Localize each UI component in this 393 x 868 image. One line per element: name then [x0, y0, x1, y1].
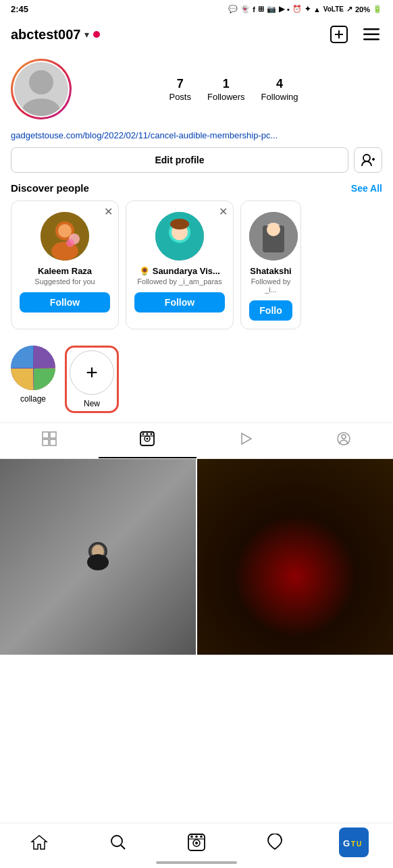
status-bar: 2:45 💬 👻 f ⊞ 📷 ▶ • ⏰ ✦ ▲ VoLTE ↗ 20% 🔋 [0, 0, 393, 18]
header-right [328, 24, 382, 45]
avatar[interactable] [11, 59, 72, 119]
reels-tab-icon [140, 431, 155, 450]
svg-point-42 [87, 554, 109, 570]
svg-point-24 [267, 223, 280, 236]
svg-point-49 [190, 836, 193, 838]
ig-icon: 📷 [267, 5, 276, 13]
activity-nav-button[interactable] [258, 830, 292, 855]
svg-point-31 [147, 438, 149, 440]
svg-rect-3 [363, 28, 379, 30]
close-suggestion-button[interactable]: ✕ [219, 207, 228, 217]
new-story-item[interactable]: + New [65, 346, 119, 413]
svg-text:U: U [357, 840, 361, 848]
tab-igtv[interactable] [196, 423, 295, 458]
close-suggestion-button[interactable]: ✕ [104, 207, 113, 217]
snap-icon: 👻 [240, 5, 250, 13]
discover-title: Discover people [11, 182, 89, 194]
bio-link[interactable]: gadgetstouse.com/blog/2022/02/11/cancel-… [0, 128, 393, 147]
new-story-avatar: + [70, 350, 114, 395]
play-tab-icon [238, 431, 253, 450]
suggestion-avatar [155, 212, 204, 261]
tab-grid[interactable] [0, 423, 99, 458]
grid-tab-icon [42, 431, 57, 450]
story-item[interactable]: collage [11, 346, 55, 413]
battery-text: 20% [355, 5, 370, 13]
wifi-icon: ▲ [313, 5, 321, 13]
posts-label: Posts [169, 92, 191, 102]
svg-point-34 [147, 433, 149, 435]
discover-header: Discover people See All [0, 182, 393, 200]
svg-point-35 [151, 433, 153, 435]
suggestion-card-partial: Shatakshi Followed by _i... Follo [240, 200, 301, 329]
follow-button[interactable]: Follow [20, 292, 110, 313]
svg-point-47 [195, 842, 198, 844]
follow-button[interactable]: Follow [134, 292, 225, 313]
followers-stat[interactable]: 1 Followers [207, 77, 245, 102]
suggestion-sub: Suggested for you [20, 277, 110, 286]
tab-tagged[interactable] [295, 423, 394, 458]
suggestion-name: Kaleem Raza [20, 266, 110, 276]
header-left: abctest007 ▾ [11, 27, 100, 43]
posts-count: 7 [169, 77, 191, 91]
tab-bar [0, 423, 393, 459]
svg-point-38 [342, 435, 346, 439]
fb-icon: f [253, 5, 255, 13]
yt-icon: ▶ [279, 5, 284, 13]
svg-point-43 [111, 836, 122, 846]
tab-reels[interactable] [99, 423, 197, 458]
svg-point-8 [363, 155, 370, 161]
header: abctest007 ▾ [0, 18, 393, 51]
collage-cell [34, 369, 56, 391]
menu-button[interactable] [361, 24, 382, 45]
battery-icon: 🔋 [373, 5, 382, 13]
profile-actions: Edit profile [0, 147, 393, 182]
svg-point-51 [200, 836, 203, 838]
suggestion-avatar [41, 212, 89, 261]
svg-text:G: G [343, 838, 350, 848]
svg-point-14 [58, 224, 72, 238]
tagged-tab-icon [336, 431, 351, 450]
suggestion-sub: Followed by _i... [249, 277, 292, 294]
stories-row: collage + New [0, 339, 393, 423]
svg-point-6 [29, 70, 53, 94]
suggestion-name: Shatakshi [249, 266, 292, 276]
see-all-button[interactable]: See All [351, 183, 382, 194]
svg-point-50 [195, 836, 198, 838]
search-nav-button[interactable] [101, 830, 135, 855]
post-thumbnail[interactable] [0, 459, 196, 655]
svg-rect-25 [43, 432, 49, 438]
grid-icon: ⊞ [258, 5, 264, 13]
profile-nav-button[interactable]: G T U [337, 830, 371, 855]
followers-count: 1 [207, 77, 245, 91]
suggestion-name: 🌻 Saundarya Vis... [134, 266, 225, 276]
collage-cell [34, 346, 56, 368]
home-nav-button[interactable] [22, 830, 56, 855]
following-label: Following [261, 92, 298, 102]
svg-point-20 [170, 219, 189, 229]
msg-icon: 💬 [228, 5, 238, 13]
suggestion-sub: Followed by _i_am_paras [134, 277, 225, 286]
svg-rect-26 [50, 432, 56, 438]
home-indicator [156, 861, 237, 864]
add-friend-button[interactable] [354, 147, 382, 173]
username[interactable]: abctest007 [11, 27, 80, 43]
chevron-down-icon[interactable]: ▾ [84, 29, 89, 40]
posts-stat[interactable]: 7 Posts [169, 77, 191, 102]
suggestion-avatar [249, 212, 298, 261]
status-time: 2:45 [11, 4, 28, 14]
story-avatar [11, 346, 55, 390]
gadgets-to-use-logo: G T U [339, 828, 369, 857]
add-post-button[interactable] [328, 24, 350, 45]
followers-label: Followers [207, 92, 245, 102]
new-story-label: New [84, 399, 100, 408]
post-thumbnail[interactable] [197, 459, 393, 655]
svg-point-33 [142, 433, 145, 435]
reels-nav-button[interactable] [180, 830, 213, 855]
suggestion-card: ✕ Kaleem Raza Suggested for you Follow [11, 200, 119, 329]
status-icons: 💬 👻 f ⊞ 📷 ▶ • ⏰ ✦ ▲ VoLTE ↗ 20% 🔋 [228, 5, 382, 13]
vowifi-icon: VoLTE [323, 5, 344, 13]
notification-dot [93, 31, 100, 38]
following-stat[interactable]: 4 Following [261, 77, 298, 102]
edit-profile-button[interactable]: Edit profile [11, 147, 348, 173]
follow-button[interactable]: Follo [249, 300, 292, 321]
